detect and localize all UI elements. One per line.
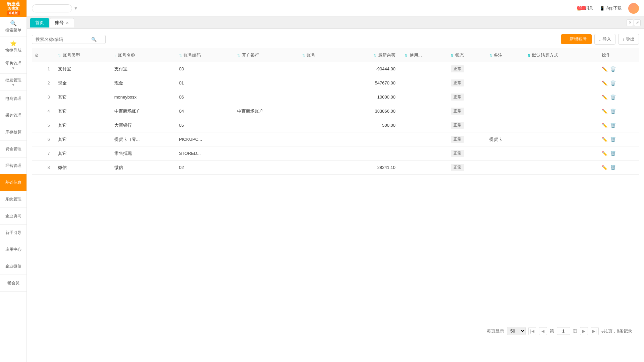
row-type-cell: 其它 bbox=[55, 146, 112, 161]
row-bank-cell bbox=[234, 76, 299, 90]
sidebar-item-ecommerce[interactable]: 电商管理 bbox=[0, 90, 26, 107]
sidebar-item-quicknav[interactable]: ⭐ 快捷导航 bbox=[0, 37, 26, 57]
maximize-window-button[interactable]: ⤢ bbox=[634, 19, 641, 26]
sidebar-item-guide[interactable]: 新手引导 bbox=[0, 225, 26, 241]
edit-icon[interactable]: ✏️ bbox=[602, 137, 607, 142]
row-type-cell: 微信 bbox=[55, 161, 112, 175]
sidebar-item-basic[interactable]: 基础信息 bbox=[0, 174, 26, 191]
delete-icon[interactable]: 🗑️ bbox=[610, 95, 616, 100]
sidebar-item-search[interactable]: 🔍 搜索菜单 bbox=[0, 17, 26, 37]
message-button[interactable]: 🔔 99+ 消息 bbox=[577, 5, 593, 11]
col-usage[interactable]: ⇅ 使用... bbox=[402, 49, 448, 62]
row-action-cell: ✏️ 🗑️ bbox=[599, 161, 639, 175]
page-number-input[interactable] bbox=[557, 327, 570, 335]
row-name-cell: 零售抵现 bbox=[112, 146, 176, 161]
sidebar-item-finance[interactable]: 资金管理 bbox=[0, 141, 26, 158]
edit-icon[interactable]: ✏️ bbox=[602, 80, 607, 86]
col-account[interactable]: ⇅ 账号 bbox=[300, 49, 338, 62]
row-code-cell: PICKUPC... bbox=[176, 132, 235, 146]
sidebar-item-wholesale[interactable]: 批发管理 ▼ bbox=[0, 74, 26, 90]
sidebar-item-appcenter[interactable]: 应用中心 bbox=[0, 241, 26, 258]
row-type-cell: 现金 bbox=[55, 76, 112, 90]
sidebar-item-inventory[interactable]: 库存核算 bbox=[0, 124, 26, 141]
delete-icon[interactable]: 🗑️ bbox=[610, 137, 616, 142]
row-account-cell bbox=[300, 146, 338, 161]
row-usage-cell bbox=[402, 146, 448, 161]
row-code-cell: 04 bbox=[176, 104, 235, 118]
import-button[interactable]: ↓ 导入 bbox=[594, 34, 615, 45]
delete-icon[interactable]: 🗑️ bbox=[610, 165, 616, 170]
tab-home[interactable]: 首页 bbox=[30, 18, 49, 27]
row-status-cell: 正常 bbox=[448, 132, 487, 146]
row-settings-cell bbox=[32, 132, 42, 146]
edit-icon[interactable]: ✏️ bbox=[602, 95, 607, 100]
row-action-cell: ✏️ 🗑️ bbox=[599, 146, 639, 161]
sidebar-item-retail[interactable]: 零售管理 ▼ bbox=[0, 57, 26, 74]
row-type-cell: 其它 bbox=[55, 132, 112, 146]
mobile-icon: 📱 bbox=[600, 6, 605, 11]
user-avatar[interactable] bbox=[628, 3, 639, 14]
toolbar-buttons: + 新增账号 ↓ 导入 ↑ 导出 bbox=[561, 34, 639, 45]
delete-icon[interactable]: 🗑️ bbox=[610, 80, 616, 86]
topbar-right: 🔔 99+ 消息 📱 App下载 bbox=[577, 3, 639, 14]
row-bank-cell bbox=[234, 146, 299, 161]
sidebar-item-wechat[interactable]: 企业微信 bbox=[0, 258, 26, 275]
tab-account[interactable]: 账号 ✕ bbox=[50, 18, 74, 27]
tab-home-label: 首页 bbox=[35, 20, 44, 26]
sort-icon: ⇅ bbox=[489, 54, 492, 57]
new-account-button[interactable]: + 新增账号 bbox=[561, 34, 592, 44]
last-page-button[interactable]: ▶| bbox=[591, 327, 599, 335]
first-page-button[interactable]: |◀ bbox=[528, 327, 536, 335]
col-num bbox=[42, 49, 55, 62]
export-icon: ↑ bbox=[623, 37, 625, 42]
next-page-button[interactable]: ▶ bbox=[580, 327, 588, 335]
topbar: ▼ 🔔 99+ 消息 📱 App下载 bbox=[27, 0, 644, 17]
import-label: 导入 bbox=[602, 36, 611, 42]
topbar-dropdown-icon[interactable]: ▼ bbox=[74, 6, 78, 11]
row-code-cell: 05 bbox=[176, 118, 235, 132]
col-type[interactable]: ⇅ 账号类型 bbox=[55, 49, 112, 62]
sidebar-item-system[interactable]: 系统管理 bbox=[0, 191, 26, 208]
topbar-search-input[interactable] bbox=[32, 4, 72, 12]
col-remark[interactable]: ⇅ 备注 bbox=[487, 49, 525, 62]
topbar-left: ▼ bbox=[32, 4, 78, 12]
sidebar-item-agreement[interactable]: 企业协同 bbox=[0, 208, 26, 225]
edit-icon[interactable]: ✏️ bbox=[602, 151, 607, 156]
edit-icon[interactable]: ✏️ bbox=[602, 165, 607, 170]
tab-close-icon[interactable]: ✕ bbox=[66, 21, 69, 25]
row-usage-cell bbox=[402, 104, 448, 118]
row-balance-cell: 28241.10 bbox=[338, 161, 402, 175]
delete-icon[interactable]: 🗑️ bbox=[610, 151, 616, 156]
row-action-cell: ✏️ 🗑️ bbox=[599, 104, 639, 118]
sidebar-item-operations[interactable]: 经营管理 bbox=[0, 158, 26, 174]
col-bank[interactable]: ⇅ 开户银行 bbox=[234, 49, 299, 62]
col-payment[interactable]: ⇅ 默认结算方式 bbox=[525, 49, 599, 62]
table-settings-icon[interactable]: ⚙ bbox=[35, 53, 39, 58]
sidebar-item-member[interactable]: 畅会员 bbox=[0, 275, 26, 292]
delete-icon[interactable]: 🗑️ bbox=[610, 66, 616, 72]
edit-icon[interactable]: ✏️ bbox=[602, 109, 607, 114]
app-download-button[interactable]: 📱 App下载 bbox=[600, 5, 622, 11]
col-code[interactable]: ⇅ 账号编码 bbox=[176, 49, 235, 62]
sidebar-item-purchase[interactable]: 采购管理 bbox=[0, 107, 26, 124]
col-name[interactable]: ↑ 账号名称 bbox=[112, 49, 176, 62]
delete-icon[interactable]: 🗑️ bbox=[610, 123, 616, 128]
edit-icon[interactable]: ✏️ bbox=[602, 66, 607, 72]
app-download-label: App下载 bbox=[606, 5, 622, 11]
export-button[interactable]: ↑ 导出 bbox=[618, 34, 639, 45]
delete-icon[interactable]: 🗑️ bbox=[610, 109, 616, 114]
sidebar-item-label: 畅会员 bbox=[7, 280, 19, 286]
sort-icon: ⇅ bbox=[528, 54, 530, 57]
col-balance[interactable]: ⇅ 最新余额 bbox=[338, 49, 402, 62]
row-payment-cell bbox=[525, 146, 599, 161]
prev-page-button[interactable]: ◀ bbox=[539, 327, 547, 335]
message-badge: 99+ bbox=[577, 6, 586, 10]
row-balance-cell: -90444.00 bbox=[338, 62, 402, 76]
row-payment-cell bbox=[525, 161, 599, 175]
per-page-select[interactable]: 50 100 200 bbox=[507, 327, 526, 335]
edit-icon[interactable]: ✏️ bbox=[602, 123, 607, 128]
search-icon[interactable]: 🔍 bbox=[91, 37, 97, 42]
account-search-input[interactable] bbox=[36, 37, 89, 42]
close-window-button[interactable]: ✕ bbox=[627, 19, 633, 26]
col-status[interactable]: ⇅ 状态 bbox=[448, 49, 487, 62]
